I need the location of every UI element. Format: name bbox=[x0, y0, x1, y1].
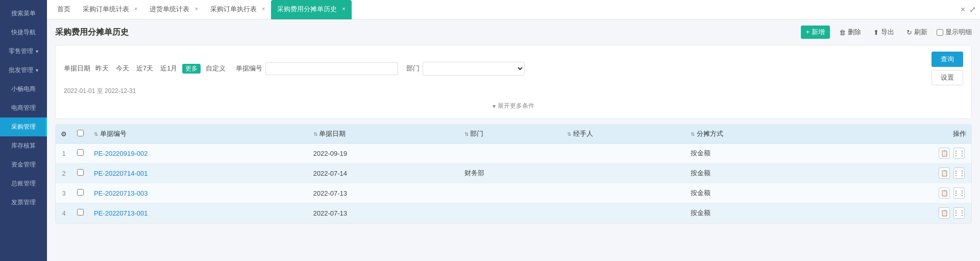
tab-label-home: 首页 bbox=[57, 5, 70, 14]
td-docno: PE-20220714-001 bbox=[89, 163, 308, 183]
export-button[interactable]: ⬆ 导出 bbox=[870, 26, 897, 39]
td-docno: PE-20220713-003 bbox=[89, 183, 308, 203]
close-window-icon[interactable]: × bbox=[961, 5, 965, 14]
more-button[interactable]: ⋮⋮ bbox=[953, 168, 965, 179]
td-handler bbox=[562, 144, 685, 163]
sidebar-item-ecommerce-small[interactable]: 小畅电商 bbox=[0, 80, 47, 99]
table-row: 1 PE-20220919-002 2022-09-19 按金额 📋 ⋮⋮ bbox=[56, 144, 971, 163]
td-num: 4 bbox=[56, 203, 72, 223]
td-dept bbox=[459, 183, 562, 203]
more-button[interactable]: ⋮⋮ bbox=[953, 207, 965, 219]
tab-bar-right: × ⤢ bbox=[961, 5, 976, 14]
show-columns-checkbox[interactable]: 显示明细 bbox=[937, 28, 972, 37]
sort-icon: ⇅ bbox=[94, 131, 98, 137]
tab-bar: 首页采购订单统计表×进货单统计表×采购订单执行表×采购费用分摊单历史× × ⤢ bbox=[47, 0, 980, 19]
sidebar-item-ecommerce[interactable]: 电商管理 bbox=[0, 99, 47, 117]
td-num: 3 bbox=[56, 183, 72, 203]
td-handler bbox=[562, 183, 685, 203]
doc-link[interactable]: PE-20220713-003 bbox=[94, 189, 148, 197]
sidebar-item-finance[interactable]: 资金管理 bbox=[0, 155, 47, 174]
show-columns-input[interactable] bbox=[937, 29, 943, 36]
td-ops: 📋 ⋮⋮ bbox=[831, 163, 971, 183]
td-date: 2022-07-14 bbox=[308, 163, 459, 183]
tab-purchase-order-exec[interactable]: 采购订单执行表× bbox=[204, 0, 271, 19]
td-ops: 📋 ⋮⋮ bbox=[831, 183, 971, 203]
delete-button[interactable]: 🗑 删除 bbox=[836, 26, 864, 39]
tab-label-purchase-cost-history: 采购费用分摊单历史 bbox=[277, 5, 337, 14]
th-ops: 操作 bbox=[831, 125, 971, 144]
edit-button[interactable]: 📋 bbox=[939, 187, 950, 199]
dept-filter-label: 部门 bbox=[406, 64, 420, 73]
table-row: 2 PE-20220714-001 2022-07-14 财务部 按金额 📋 ⋮… bbox=[56, 163, 971, 183]
tab-purchase-cost-history[interactable]: 采购费用分摊单历史× bbox=[271, 0, 351, 19]
sort-icon-dept: ⇅ bbox=[464, 131, 469, 137]
header-actions: + 新增 🗑 删除 ⬆ 导出 ↻ 刷新 显示明细 bbox=[801, 26, 972, 39]
td-date: 2022-07-13 bbox=[308, 183, 459, 203]
doc-link[interactable]: PE-20220919-002 bbox=[94, 150, 148, 157]
refresh-button[interactable]: ↻ 刷新 bbox=[903, 26, 930, 39]
shortcut-7days[interactable]: 近7天 bbox=[134, 63, 155, 74]
row-checkbox[interactable] bbox=[77, 209, 84, 216]
th-dept: ⇅ 部门 bbox=[459, 125, 562, 144]
gear-icon[interactable]: ⚙ bbox=[61, 130, 67, 138]
main-area: 首页采购订单统计表×进货单统计表×采购订单执行表×采购费用分摊单历史× × ⤢ … bbox=[47, 0, 980, 261]
table-row: 3 PE-20220713-003 2022-07-13 按金额 📋 ⋮⋮ bbox=[56, 183, 971, 203]
tab-close-purchase-goods-stats[interactable]: × bbox=[194, 6, 198, 12]
edit-button[interactable]: 📋 bbox=[939, 148, 950, 159]
sidebar-item-inventory[interactable]: 库存核算 bbox=[0, 136, 47, 155]
td-handler bbox=[562, 163, 685, 183]
expand-more-button[interactable]: ▾ 展开更多条件 bbox=[64, 100, 963, 112]
sidebar-item-retail[interactable]: 零售管理 ▾ bbox=[0, 42, 47, 61]
td-ops: 📋 ⋮⋮ bbox=[831, 144, 971, 163]
td-date: 2022-09-19 bbox=[308, 144, 459, 163]
th-docno: ⇅ 单据编号 bbox=[89, 125, 308, 144]
sidebar-item-invoice[interactable]: 发票管理 bbox=[0, 193, 47, 212]
sidebar-item-purchase[interactable]: 采购管理 bbox=[0, 117, 47, 136]
sort-icon-method: ⇅ bbox=[691, 131, 695, 137]
tab-close-purchase-cost-history[interactable]: × bbox=[342, 6, 345, 12]
select-all-checkbox[interactable] bbox=[77, 130, 84, 136]
search-button[interactable]: 查询 bbox=[932, 52, 963, 67]
maximize-window-icon[interactable]: ⤢ bbox=[969, 5, 976, 14]
settings-button[interactable]: 设置 bbox=[932, 70, 963, 85]
sidebar-item-wholesale[interactable]: 批发管理 ▾ bbox=[0, 61, 47, 80]
td-check bbox=[72, 183, 89, 203]
dept-select[interactable] bbox=[423, 62, 525, 76]
delete-icon: 🗑 bbox=[839, 29, 846, 36]
shortcut-today[interactable]: 今天 bbox=[114, 63, 131, 74]
edit-button[interactable]: 📋 bbox=[939, 168, 950, 179]
add-button[interactable]: + 新增 bbox=[801, 26, 830, 39]
th-check bbox=[72, 125, 89, 144]
td-check bbox=[72, 144, 89, 163]
edit-button[interactable]: 📋 bbox=[939, 207, 950, 219]
td-check bbox=[72, 203, 89, 223]
td-dept bbox=[459, 144, 562, 163]
table-row: 4 PE-20220713-001 2022-07-13 按金额 📋 ⋮⋮ bbox=[56, 203, 971, 223]
row-checkbox[interactable] bbox=[77, 149, 84, 156]
more-button[interactable]: ⋮⋮ bbox=[953, 187, 965, 199]
shortcut-custom[interactable]: 自定义 bbox=[204, 63, 228, 74]
tab-close-purchase-order-exec[interactable]: × bbox=[262, 6, 265, 12]
tab-purchase-order-stats[interactable]: 采购订单统计表× bbox=[77, 0, 143, 19]
row-checkbox[interactable] bbox=[77, 189, 84, 196]
row-checkbox[interactable] bbox=[77, 169, 84, 176]
td-method: 按金额 bbox=[685, 144, 831, 163]
shortcut-yesterday[interactable]: 昨天 bbox=[93, 63, 111, 74]
shortcut-1month[interactable]: 近1月 bbox=[158, 63, 179, 74]
table-head: ⚙ ⇅ 单据编号 ⇅ 单据日期 ⇅ 部门 ⇅ 经手人 ⇅ 分摊方式 操作 bbox=[56, 125, 971, 144]
sidebar-item-ledger[interactable]: 总账管理 bbox=[0, 174, 47, 193]
td-num: 2 bbox=[56, 163, 72, 183]
tab-purchase-goods-stats[interactable]: 进货单统计表× bbox=[143, 0, 204, 19]
tab-close-purchase-order-stats[interactable]: × bbox=[134, 6, 137, 12]
sidebar-item-quick-nav[interactable]: 快捷导航 bbox=[0, 23, 47, 42]
more-button[interactable]: ⋮⋮ bbox=[953, 148, 965, 159]
docno-input[interactable] bbox=[265, 62, 398, 75]
doc-link[interactable]: PE-20220714-001 bbox=[94, 170, 148, 177]
td-ops: 📋 ⋮⋮ bbox=[831, 203, 971, 223]
sidebar-item-search[interactable]: 搜索菜单 bbox=[0, 4, 47, 23]
shortcut-more[interactable]: 更多 bbox=[182, 64, 201, 74]
tab-label-purchase-goods-stats: 进货单统计表 bbox=[150, 5, 189, 14]
doc-link[interactable]: PE-20220713-001 bbox=[94, 209, 148, 217]
action-buttons: 查询 设置 bbox=[932, 52, 963, 85]
tab-home[interactable]: 首页 bbox=[51, 0, 77, 19]
